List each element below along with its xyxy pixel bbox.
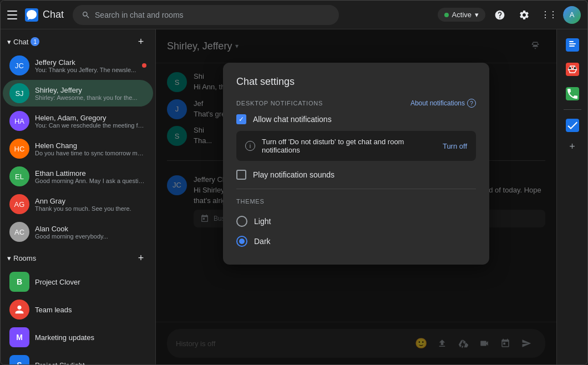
rooms-section-title: ▾ Rooms: [7, 254, 36, 262]
sidebar-item-ann-gray[interactable]: AG Ann Gray Thank you so much. See you t…: [3, 191, 153, 217]
google-docs-app-icon[interactable]: [561, 34, 584, 56]
search-icon: [82, 11, 90, 19]
play-sounds-label: Play notification sounds: [253, 170, 334, 179]
dnd-notice: i Turn off 'Do not disturb' to get chat …: [236, 131, 476, 161]
right-panel: Shirley, Jeffery ▾ S Shi: [156, 29, 556, 364]
dnd-notice-text: Turn off 'Do not disturb' to get chat an…: [262, 138, 436, 154]
modal-divider: [236, 189, 476, 189]
modal-overlay[interactable]: Chat settings DESKTOP NOTIFICATIONS Abou…: [156, 29, 556, 364]
app-logo: [25, 8, 38, 22]
google-phone-app-icon[interactable]: [561, 83, 584, 105]
active-label: Active: [452, 11, 472, 19]
help-circle-icon: ?: [467, 99, 476, 108]
unread-indicator: [142, 63, 146, 68]
topbar: Chat Active ▾ ⋮⋮ A: [1, 1, 587, 29]
sidebar-item-team-leads[interactable]: Team leads: [3, 296, 153, 323]
avatar-ethan-lattimore: EL: [9, 166, 29, 186]
google-tasks-app-icon[interactable]: [561, 114, 584, 136]
modal-title: Chat settings: [236, 76, 476, 88]
active-chevron: ▾: [475, 11, 479, 19]
svg-rect-2: [569, 41, 574, 42]
google-drive-app-icon[interactable]: [561, 58, 584, 80]
avatar-initials: A: [570, 11, 575, 19]
room-icon-project-clover: B: [9, 272, 29, 292]
theme-option-light[interactable]: Light: [236, 211, 476, 231]
turn-off-button[interactable]: Turn off: [443, 142, 467, 150]
desktop-notifications-label: DESKTOP NOTIFICATIONS About notification…: [236, 99, 476, 108]
allow-notifications-label: Allow chat notifications: [253, 115, 332, 124]
theme-option-dark[interactable]: Dark: [236, 231, 476, 251]
chat-section-header[interactable]: ▾ Chat 1 +: [1, 29, 155, 52]
play-sounds-checkbox[interactable]: [236, 170, 246, 180]
avatar-jeffery-clark: JC: [9, 55, 29, 75]
search-bar[interactable]: [73, 5, 339, 25]
sidebar-item-project-skylight[interactable]: S Project Skylight: [3, 352, 153, 364]
avatar-helen-chang: HC: [9, 139, 29, 159]
add-app-button[interactable]: +: [565, 139, 580, 154]
sidebar-item-marketing-updates[interactable]: M Marketing updates: [3, 324, 153, 351]
sidebar-item-helen-adam-gregory[interactable]: HA Helen, Adam, Gregory You: Can we resc…: [3, 108, 153, 134]
avatar-ann-gray: AG: [9, 194, 29, 214]
rooms-section-header[interactable]: ▾ Rooms +: [1, 246, 155, 268]
help-button[interactable]: [490, 5, 510, 25]
active-status-button[interactable]: Active ▾: [438, 8, 485, 22]
sidebar-item-ethan-lattimore[interactable]: EL Ethan Lattimore Good morning Ann. May…: [3, 163, 153, 190]
side-apps-divider: [564, 109, 581, 110]
svg-rect-4: [569, 45, 575, 47]
app-title: Chat: [43, 9, 64, 21]
room-icon-team-leads: [9, 300, 29, 320]
chevron-down-icon: ▾: [7, 38, 11, 46]
sidebar-item-helen-chang[interactable]: HC Helen Chang Do you have time to sync …: [3, 135, 153, 162]
about-notifications-text: About notifications: [410, 99, 465, 107]
avatar-shirley-jeffery: SJ: [9, 83, 29, 103]
chat-badge: 1: [31, 37, 39, 46]
chat-settings-modal: Chat settings DESKTOP NOTIFICATIONS Abou…: [223, 63, 489, 265]
topbar-right: Active ▾ ⋮⋮ A: [438, 5, 581, 25]
add-chat-button[interactable]: +: [133, 34, 149, 49]
svg-rect-7: [566, 119, 579, 132]
theme-dark-radio[interactable]: [236, 236, 247, 247]
radio-inner-dark: [239, 239, 245, 244]
room-icon-project-skylight: S: [9, 355, 29, 364]
search-input[interactable]: [95, 11, 330, 19]
themes-label: THEMES: [236, 198, 476, 205]
theme-light-radio[interactable]: [236, 216, 247, 227]
sidebar-item-shirley-jeffery[interactable]: SJ Shirley, Jeffery Shirley: Awesome, th…: [3, 80, 153, 107]
sidebar-item-alan-cook[interactable]: AC Alan Cook Good morning everybody...: [3, 219, 153, 245]
theme-light-label: Light: [254, 217, 271, 226]
svg-rect-3: [569, 43, 576, 44]
checkmark-icon: ✓: [239, 115, 244, 123]
themes-section: THEMES Light Dark: [236, 198, 476, 251]
avatar-helen-adam: HA: [9, 111, 29, 131]
room-icon-marketing: M: [9, 327, 29, 347]
about-notifications-link[interactable]: About notifications ?: [410, 99, 476, 108]
allow-notifications-checkbox[interactable]: ✓: [236, 114, 246, 124]
play-sounds-row: Play notification sounds: [236, 170, 476, 180]
info-icon: i: [245, 141, 255, 151]
apps-grid-button[interactable]: ⋮⋮: [539, 5, 559, 25]
add-room-button[interactable]: +: [133, 250, 149, 266]
sidebar-item-project-clover[interactable]: B Project Clover: [3, 268, 153, 295]
settings-button[interactable]: [514, 5, 534, 25]
sidebar: ▾ Chat 1 + JC Jeffery Clark You: Thank y…: [1, 29, 156, 364]
main-layout: ▾ Chat 1 + JC Jeffery Clark You: Thank y…: [1, 29, 587, 364]
hamburger-menu[interactable]: [7, 8, 21, 22]
chat-section-title: ▾ Chat 1: [7, 37, 39, 46]
chevron-down-icon-rooms: ▾: [7, 254, 11, 262]
user-avatar[interactable]: A: [563, 6, 581, 24]
active-indicator: [444, 13, 449, 17]
avatar-alan-cook: AC: [9, 222, 29, 242]
side-apps-bar: +: [556, 29, 587, 364]
sidebar-item-jeffery-clark[interactable]: JC Jeffery Clark You: Thank you Jeffery.…: [3, 52, 153, 79]
theme-dark-label: Dark: [254, 237, 271, 246]
allow-notifications-row: ✓ Allow chat notifications: [236, 114, 476, 124]
svg-rect-1: [566, 38, 579, 52]
